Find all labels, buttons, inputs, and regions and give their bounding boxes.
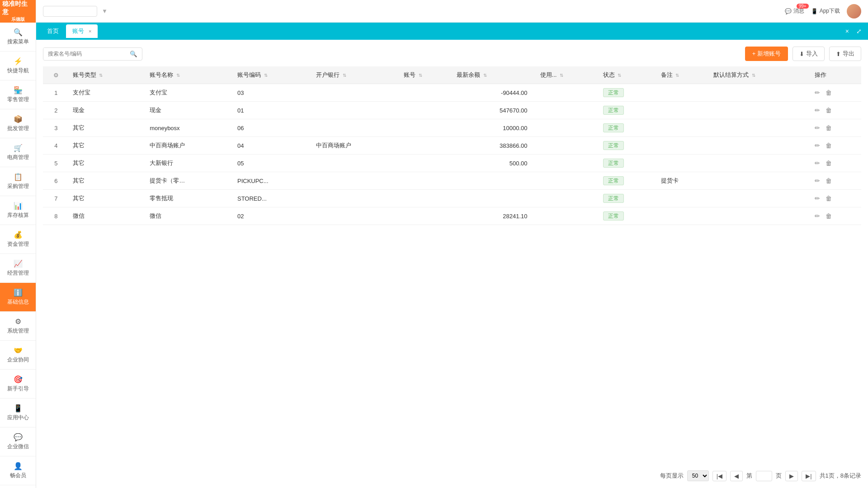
sort-remark-icon: ⇅ bbox=[675, 73, 679, 78]
status-badge-2: 正常 bbox=[603, 123, 624, 132]
cell-balance-1: 547670.00 bbox=[453, 102, 536, 119]
message-button[interactable]: 💬 消息 99+ bbox=[785, 7, 804, 15]
delete-button-5[interactable]: 🗑 bbox=[826, 177, 832, 184]
status-badge-3: 正常 bbox=[603, 141, 624, 150]
sidebar-item-10[interactable]: ⚙系统管理 bbox=[0, 312, 36, 341]
col-default[interactable]: 默认结算方式 ⇅ bbox=[710, 66, 811, 84]
col-bank[interactable]: 开户银行 ⇅ bbox=[312, 66, 400, 84]
sidebar-item-11[interactable]: 🤝企业协同 bbox=[0, 341, 36, 370]
sidebar-item-9[interactable]: ℹ️基础信息 bbox=[0, 283, 36, 312]
user-avatar[interactable] bbox=[847, 4, 861, 19]
edit-button-0[interactable]: ✏ bbox=[815, 89, 820, 96]
topbar-search-input[interactable] bbox=[43, 6, 97, 17]
col-type[interactable]: 账号类型 ⇅ bbox=[69, 66, 146, 84]
cell-default-0 bbox=[710, 84, 811, 102]
edit-button-7[interactable]: ✏ bbox=[815, 212, 820, 220]
col-action: 操作 bbox=[811, 66, 861, 84]
sidebar-item-14[interactable]: 💬企业微信 bbox=[0, 427, 36, 456]
export-button[interactable]: ⬆ 导出 bbox=[829, 47, 861, 61]
sort-code-icon: ⇅ bbox=[264, 73, 268, 78]
col-code[interactable]: 账号编码 ⇅ bbox=[234, 66, 313, 84]
add-account-button[interactable]: + 新增账号 bbox=[745, 47, 788, 61]
delete-button-6[interactable]: 🗑 bbox=[826, 195, 832, 202]
tab-home[interactable]: 首页 bbox=[41, 24, 65, 38]
sidebar-item-5[interactable]: 📋采购管理 bbox=[0, 167, 36, 196]
sidebar-item-7[interactable]: 💰资金管理 bbox=[0, 225, 36, 254]
cell-remark-7 bbox=[657, 207, 710, 225]
status-badge-1: 正常 bbox=[603, 106, 624, 115]
sidebar-item-0[interactable]: 🔍搜索菜单 bbox=[0, 23, 36, 52]
cell-action-3: ✏ 🗑 bbox=[811, 137, 861, 155]
col-balance[interactable]: 最新余额 ⇅ bbox=[453, 66, 536, 84]
sidebar-item-2[interactable]: 🏪零售管理 bbox=[0, 80, 36, 109]
page-next-button[interactable]: ▶ bbox=[785, 471, 798, 481]
tab-expand-button[interactable]: ⤢ bbox=[854, 27, 863, 36]
table-wrap: ⚙ 账号类型 ⇅ 账号名称 ⇅ 账号编码 ⇅ 开户银行 ⇅ 账号 ⇅ 最新余额 … bbox=[43, 66, 861, 465]
edit-button-5[interactable]: ✏ bbox=[815, 177, 820, 184]
cell-use-3 bbox=[537, 137, 599, 155]
edit-button-1[interactable]: ✏ bbox=[815, 107, 820, 114]
sort-use-icon: ⇅ bbox=[560, 73, 563, 78]
tab-account[interactable]: 账号 × bbox=[66, 24, 98, 38]
col-use[interactable]: 使用... ⇅ bbox=[537, 66, 599, 84]
col-gear[interactable]: ⚙ bbox=[43, 66, 69, 84]
delete-button-4[interactable]: 🗑 bbox=[826, 160, 832, 167]
app-download-button[interactable]: 📱 App下载 bbox=[811, 7, 840, 15]
cell-name-5: 提货卡（零… bbox=[146, 172, 234, 190]
sidebar-item-12[interactable]: 🎯新手引导 bbox=[0, 370, 36, 399]
sidebar-label-8: 经营管理 bbox=[7, 269, 29, 277]
cell-default-1 bbox=[710, 102, 811, 119]
edit-button-2[interactable]: ✏ bbox=[815, 124, 820, 131]
app-logo: 稳准时生意 乐德版 bbox=[0, 0, 36, 23]
sidebar-item-1[interactable]: ⚡快捷导航 bbox=[0, 52, 36, 80]
cell-status-7: 正常 bbox=[599, 207, 657, 225]
per-page-select[interactable]: 50 bbox=[687, 470, 709, 481]
status-badge-5: 正常 bbox=[603, 176, 624, 185]
search-input[interactable] bbox=[43, 48, 125, 60]
page-number-input[interactable]: 1 bbox=[756, 471, 772, 481]
cell-balance-4: 500.00 bbox=[453, 155, 536, 172]
cell-action-1: ✏ 🗑 bbox=[811, 102, 861, 119]
delete-button-1[interactable]: 🗑 bbox=[826, 107, 832, 114]
page-first-button[interactable]: |◀ bbox=[712, 471, 726, 481]
cell-type-3: 其它 bbox=[69, 137, 146, 155]
cell-remark-4 bbox=[657, 155, 710, 172]
sidebar-item-6[interactable]: 📊库存核算 bbox=[0, 196, 36, 225]
topbar-dropdown-icon[interactable]: ▼ bbox=[102, 8, 108, 14]
cell-type-0: 支付宝 bbox=[69, 84, 146, 102]
sidebar-icon-15: 👤 bbox=[14, 462, 23, 470]
edit-button-3[interactable]: ✏ bbox=[815, 142, 820, 149]
sidebar-item-15[interactable]: 👤畅会员 bbox=[0, 456, 36, 485]
col-status[interactable]: 状态 ⇅ bbox=[599, 66, 657, 84]
cell-bank-5 bbox=[312, 172, 400, 190]
page-last-button[interactable]: ▶| bbox=[802, 471, 816, 481]
import-button[interactable]: ⬇ 导入 bbox=[793, 47, 825, 61]
edit-button-6[interactable]: ✏ bbox=[815, 195, 820, 202]
sidebar-icon-1: ⚡ bbox=[14, 57, 23, 66]
cell-bank-2 bbox=[312, 119, 400, 137]
page-prev-button[interactable]: ◀ bbox=[730, 471, 743, 481]
delete-button-2[interactable]: 🗑 bbox=[826, 124, 832, 131]
cell-use-0 bbox=[537, 84, 599, 102]
tab-account-label: 账号 bbox=[72, 27, 84, 35]
tab-close-icon[interactable]: × bbox=[89, 28, 91, 34]
delete-button-0[interactable]: 🗑 bbox=[826, 89, 832, 96]
sidebar-item-3[interactable]: 📦批发管理 bbox=[0, 109, 36, 138]
col-remark[interactable]: 备注 ⇅ bbox=[657, 66, 710, 84]
delete-button-3[interactable]: 🗑 bbox=[826, 142, 832, 149]
sidebar-item-8[interactable]: 📈经营管理 bbox=[0, 254, 36, 283]
sidebar-icon-2: 🏪 bbox=[14, 86, 23, 94]
search-button[interactable]: 🔍 bbox=[125, 48, 142, 60]
edit-button-4[interactable]: ✏ bbox=[815, 160, 820, 167]
col-name[interactable]: 账号名称 ⇅ bbox=[146, 66, 234, 84]
sidebar-item-4[interactable]: 🛒电商管理 bbox=[0, 138, 36, 167]
cell-name-0: 支付宝 bbox=[146, 84, 234, 102]
delete-button-7[interactable]: 🗑 bbox=[826, 212, 832, 220]
logo-bottom: 乐德版 bbox=[11, 16, 25, 23]
tab-collapse-button[interactable]: × bbox=[844, 27, 851, 36]
col-account[interactable]: 账号 ⇅ bbox=[400, 66, 453, 84]
cell-bank-6 bbox=[312, 190, 400, 207]
sidebar-item-13[interactable]: 📱应用中心 bbox=[0, 399, 36, 427]
sidebar-label-9: 基础信息 bbox=[7, 298, 29, 306]
cell-remark-6 bbox=[657, 190, 710, 207]
